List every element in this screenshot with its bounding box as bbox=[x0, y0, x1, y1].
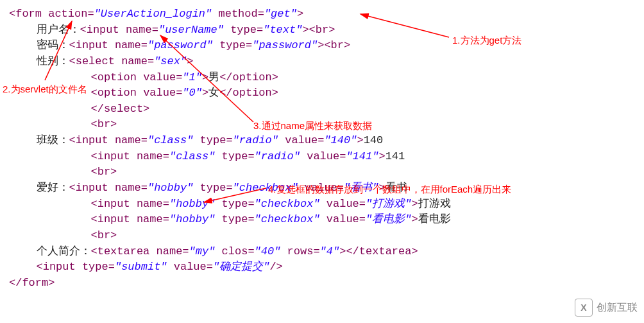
annotation-3: 3.通过name属性来获取数据 bbox=[253, 119, 372, 133]
code-line-11: <br> bbox=[9, 164, 635, 180]
annotation-4: 4.复选框的数据存放到一个数组中，在用forEach遍历出来 bbox=[268, 182, 511, 196]
watermark-logo: X 创新互联 bbox=[575, 299, 638, 317]
code-line-13: <input name="hobby" type="checkbox" valu… bbox=[9, 196, 635, 213]
code-line-9: 班级：<input name="class" type="radio" valu… bbox=[9, 133, 635, 149]
annotation-2: 2.为servlet的文件名 bbox=[3, 82, 87, 96]
watermark-logo-text: 创新互联 bbox=[597, 300, 638, 315]
code-line-18: </form> bbox=[9, 275, 635, 292]
tag-form-open: <form bbox=[9, 8, 48, 20]
code-line-5: <option value="1">男</option> bbox=[9, 70, 635, 86]
watermark-logo-icon: X bbox=[575, 299, 593, 317]
tag-form-close: </form> bbox=[9, 277, 55, 289]
code-line-6: <option value="0">女</option> bbox=[9, 85, 635, 101]
code-line-15: <br> bbox=[9, 228, 635, 244]
code-line-14: <input name="hobby" type="checkbox" valu… bbox=[9, 212, 635, 228]
code-line-3: 密码：<input name="password" type="password… bbox=[9, 38, 635, 54]
code-line-7: </select> bbox=[9, 101, 635, 118]
code-line-16: 个人简介：<textarea name="my" clos="40" rows=… bbox=[9, 244, 635, 260]
code-line-1: <form action="UserAction_login" method="… bbox=[9, 6, 635, 22]
code-line-10: <input name="class" type="radio" value="… bbox=[9, 149, 635, 165]
code-line-17: <input type="submit" value="确定提交"/> bbox=[9, 259, 635, 275]
code-line-2: 用户名：<input name="userName" type="text"><… bbox=[9, 22, 635, 39]
code-line-4: 性别：<select name="sex"> bbox=[9, 54, 635, 70]
annotation-1: 1.方法为get方法 bbox=[452, 33, 521, 48]
